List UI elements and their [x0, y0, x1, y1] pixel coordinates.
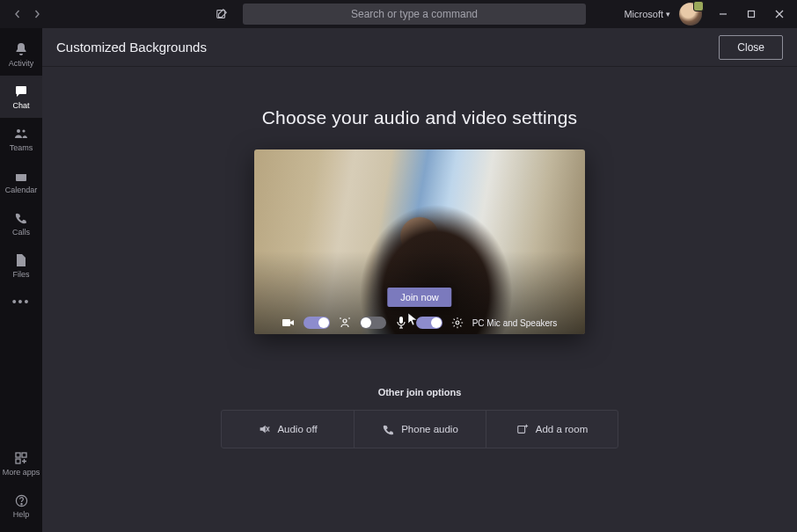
- option-add-room[interactable]: Add a room: [486, 411, 618, 448]
- rail-label: More apps: [3, 468, 40, 477]
- video-preview: Join now: [254, 149, 585, 334]
- svg-point-5: [17, 129, 20, 133]
- rail-label: Files: [12, 270, 29, 279]
- chat-icon: [13, 84, 29, 99]
- titlebar: Search or type a command Microsoft ▾: [0, 0, 797, 28]
- search-input[interactable]: Search or type a command: [243, 4, 586, 25]
- nav-forward-button[interactable]: [28, 5, 46, 23]
- svg-point-6: [22, 129, 25, 132]
- rail-label: Activity: [9, 59, 34, 68]
- option-phone-audio[interactable]: Phone audio: [354, 411, 486, 448]
- teams-icon: [13, 126, 29, 142]
- search-placeholder: Search or type a command: [351, 8, 478, 20]
- window-close-button[interactable]: [767, 2, 792, 26]
- bell-icon: [13, 41, 29, 57]
- camera-icon: [282, 317, 295, 329]
- rail-more[interactable]: •••: [0, 287, 42, 317]
- svg-rect-11: [16, 459, 20, 463]
- rail-chat[interactable]: Chat: [0, 76, 42, 118]
- page-title: Customized Backgrounds: [56, 40, 207, 55]
- microphone-icon: [395, 317, 407, 329]
- background-effects-icon: [339, 317, 351, 329]
- rail-teams[interactable]: Teams: [0, 118, 42, 160]
- svg-rect-8: [16, 171, 26, 174]
- svg-point-15: [343, 319, 347, 323]
- add-room-icon: [516, 423, 529, 435]
- calendar-icon: [13, 168, 29, 184]
- svg-rect-10: [22, 453, 26, 457]
- subheader: Customized Backgrounds Close: [42, 28, 797, 67]
- help-icon: [13, 492, 29, 508]
- svg-rect-9: [16, 453, 20, 457]
- window-minimize-button[interactable]: [711, 2, 735, 26]
- phone-icon: [13, 210, 29, 226]
- rail-calls[interactable]: Calls: [0, 202, 42, 244]
- svg-point-13: [20, 503, 21, 504]
- window-maximize-button[interactable]: [739, 2, 764, 26]
- rail-more-apps[interactable]: More apps: [0, 442, 42, 485]
- rail-label: Help: [13, 510, 30, 519]
- join-now-button[interactable]: Join now: [387, 288, 451, 307]
- option-label: Audio off: [277, 424, 317, 434]
- tenant-switcher[interactable]: Microsoft ▾: [624, 9, 670, 19]
- tenant-label: Microsoft: [624, 9, 663, 19]
- prejoin-stage: Choose your audio and video settings Joi…: [42, 67, 797, 532]
- svg-rect-22: [518, 426, 525, 434]
- new-message-button[interactable]: [211, 4, 232, 25]
- chevron-down-icon: ▾: [666, 10, 670, 18]
- stage-heading: Choose your audio and video settings: [262, 107, 578, 128]
- rail-label: Calendar: [5, 186, 38, 194]
- content-area: Customized Backgrounds Close Choose your…: [42, 28, 797, 532]
- svg-point-19: [456, 321, 459, 324]
- phone-icon: [382, 423, 394, 435]
- rail-label: Calls: [12, 228, 30, 237]
- avatar[interactable]: [679, 3, 702, 26]
- camera-toggle[interactable]: [303, 317, 330, 329]
- background-toggle[interactable]: [360, 317, 386, 329]
- svg-rect-18: [399, 317, 403, 324]
- apps-icon: [13, 450, 29, 466]
- option-label: Add a room: [536, 424, 588, 434]
- join-options: Audio off Phone audio Add a room: [221, 410, 618, 448]
- rail-label: Teams: [10, 143, 33, 152]
- svg-rect-14: [282, 319, 290, 326]
- preview-controls: PC Mic and Speakers: [254, 317, 585, 329]
- nav-back-button[interactable]: [9, 5, 26, 23]
- gear-icon[interactable]: [451, 317, 464, 329]
- ellipsis-icon: •••: [13, 294, 29, 310]
- rail-calendar[interactable]: Calendar: [0, 160, 42, 202]
- rail-activity[interactable]: Activity: [0, 33, 42, 76]
- app-rail: Activity Chat Teams Calendar Calls: [0, 28, 42, 532]
- files-icon: [13, 252, 29, 268]
- audio-off-icon: [258, 423, 270, 435]
- other-join-label: Other join options: [378, 387, 462, 397]
- rail-files[interactable]: Files: [0, 244, 42, 287]
- close-button[interactable]: Close: [719, 35, 783, 60]
- svg-rect-2: [749, 11, 755, 18]
- rail-label: Chat: [12, 101, 29, 110]
- rail-help[interactable]: Help: [0, 485, 42, 527]
- option-label: Phone audio: [401, 424, 458, 434]
- microphone-toggle[interactable]: [416, 317, 442, 329]
- device-label[interactable]: PC Mic and Speakers: [472, 318, 558, 328]
- option-audio-off[interactable]: Audio off: [222, 411, 354, 448]
